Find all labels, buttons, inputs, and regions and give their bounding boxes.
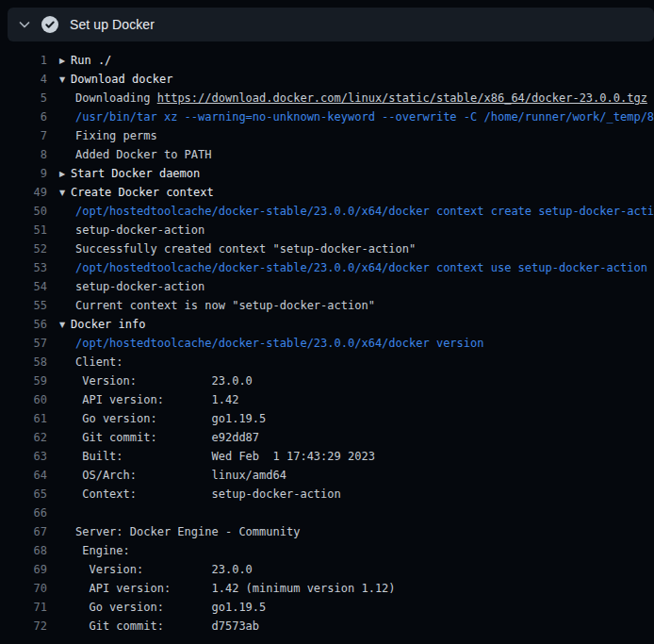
- log-row: 53/opt/hostedtoolcache/docker-stable/23.…: [0, 258, 654, 277]
- log-text: API version: 1.42: [75, 390, 238, 409]
- line-number[interactable]: 56: [0, 315, 47, 334]
- log-text: /usr/bin/tar xz --warning=no-unknown-key…: [75, 107, 654, 126]
- group-title: Docker info: [71, 318, 145, 331]
- line-number[interactable]: 60: [0, 390, 47, 409]
- line-number[interactable]: 53: [0, 258, 47, 277]
- log-row: 56▼Docker info: [0, 315, 654, 334]
- log-text: Version: 23.0.0: [75, 560, 253, 579]
- line-number[interactable]: 58: [0, 353, 47, 372]
- log-text: Go version: go1.19.5: [75, 409, 266, 428]
- line-number[interactable]: 57: [0, 334, 47, 353]
- log-text: /opt/hostedtoolcache/docker-stable/23.0.…: [75, 334, 483, 353]
- log-row: 67Server: Docker Engine - Community: [0, 522, 654, 541]
- log-row: 5Downloading https://download.docker.com…: [0, 89, 654, 107]
- group-title: Create Docker context: [71, 186, 214, 199]
- line-number[interactable]: 68: [0, 541, 47, 560]
- triangle-right-icon[interactable]: ▶: [59, 165, 71, 183]
- triangle-right-icon[interactable]: ▶: [59, 52, 71, 70]
- log-row: 51setup-docker-action: [0, 221, 654, 239]
- line-number[interactable]: 65: [0, 485, 47, 504]
- line-number[interactable]: 69: [0, 560, 47, 579]
- check-circle-icon: [41, 16, 58, 33]
- line-number[interactable]: 9: [0, 164, 47, 183]
- log-text: Context: setup-docker-action: [75, 485, 341, 504]
- line-number[interactable]: 6: [0, 107, 47, 126]
- triangle-down-icon[interactable]: ▼: [59, 184, 71, 202]
- chevron-down-icon[interactable]: [17, 17, 32, 32]
- log-link[interactable]: https://download.docker.com/linux/static…: [157, 91, 647, 105]
- log-row: 55Current context is now "setup-docker-a…: [0, 296, 654, 315]
- log-group-header[interactable]: ▼Docker info: [59, 315, 145, 334]
- log-text: setup-docker-action: [75, 277, 204, 296]
- line-number[interactable]: 71: [0, 598, 47, 617]
- line-number[interactable]: 49: [0, 183, 47, 202]
- log-row: 6/usr/bin/tar xz --warning=no-unknown-ke…: [0, 107, 654, 126]
- line-number[interactable]: 66: [0, 504, 47, 522]
- line-number[interactable]: 5: [0, 89, 47, 107]
- log-viewer: 1▶Run ./4▼Download docker5Downloading ht…: [0, 41, 654, 636]
- line-number[interactable]: 72: [0, 617, 47, 636]
- log-row: 65 Context: setup-docker-action: [0, 485, 654, 504]
- line-number[interactable]: 64: [0, 466, 47, 485]
- group-title: Start Docker daemon: [71, 167, 200, 180]
- log-row: 4▼Download docker: [0, 70, 654, 89]
- log-text: Client:: [75, 353, 123, 372]
- group-title: Run ./: [71, 54, 111, 67]
- triangle-down-icon[interactable]: ▼: [59, 71, 71, 89]
- step-title: Set up Docker: [70, 17, 155, 32]
- log-row: 50/opt/hostedtoolcache/docker-stable/23.…: [0, 202, 654, 221]
- line-number[interactable]: 54: [0, 277, 47, 296]
- line-number[interactable]: 70: [0, 579, 47, 598]
- line-number[interactable]: 51: [0, 221, 47, 239]
- log-row: 1▶Run ./: [0, 51, 654, 70]
- line-number[interactable]: 50: [0, 202, 47, 221]
- line-number[interactable]: 63: [0, 447, 47, 466]
- log-row: 70 API version: 1.42 (minimum version 1.…: [0, 579, 654, 598]
- log-text: API version: 1.42 (minimum version 1.12): [75, 579, 396, 598]
- log-row: 68 Engine:: [0, 541, 654, 560]
- log-row: 66: [0, 504, 654, 522]
- log-text: Downloading https://download.docker.com/…: [75, 89, 647, 107]
- log-text: Server: Docker Engine - Community: [75, 522, 300, 541]
- line-number[interactable]: 59: [0, 372, 47, 390]
- line-number[interactable]: 61: [0, 409, 47, 428]
- line-number[interactable]: 67: [0, 522, 47, 541]
- log-row: 72 Git commit: d7573ab: [0, 617, 654, 636]
- log-row: 58Client:: [0, 353, 654, 372]
- log-text: /opt/hostedtoolcache/docker-stable/23.0.…: [75, 202, 654, 221]
- log-group-header[interactable]: ▼Create Docker context: [59, 183, 214, 202]
- log-text: Git commit: d7573ab: [75, 617, 259, 636]
- log-row: 54setup-docker-action: [0, 277, 654, 296]
- line-number[interactable]: 4: [0, 70, 47, 89]
- line-number[interactable]: 1: [0, 51, 47, 70]
- log-row: 49▼Create Docker context: [0, 183, 654, 202]
- step-header[interactable]: Set up Docker: [8, 8, 654, 41]
- log-row: 62 Git commit: e92dd87: [0, 428, 654, 447]
- log-group-header[interactable]: ▶Run ./: [59, 51, 111, 70]
- log-text: Built: Wed Feb 1 17:43:29 2023: [75, 447, 375, 466]
- log-text: Go version: go1.19.5: [75, 598, 266, 617]
- log-row: 52Successfully created context "setup-do…: [0, 239, 654, 258]
- log-row: 69 Version: 23.0.0: [0, 560, 654, 579]
- log-row: 64 OS/Arch: linux/amd64: [0, 466, 654, 485]
- log-text-prefix: Downloading: [75, 91, 157, 105]
- line-number[interactable]: 55: [0, 296, 47, 315]
- group-title: Download docker: [71, 73, 172, 86]
- line-number[interactable]: 62: [0, 428, 47, 447]
- log-row: 61 Go version: go1.19.5: [0, 409, 654, 428]
- line-number[interactable]: 52: [0, 239, 47, 258]
- log-text: Fixing perms: [75, 126, 157, 145]
- log-text: Version: 23.0.0: [75, 372, 253, 390]
- log-group-header[interactable]: ▼Download docker: [59, 70, 172, 89]
- log-text: OS/Arch: linux/amd64: [75, 466, 286, 485]
- log-row: 57/opt/hostedtoolcache/docker-stable/23.…: [0, 334, 654, 353]
- line-number[interactable]: 8: [0, 145, 47, 164]
- log-text: Added Docker to PATH: [75, 145, 212, 164]
- log-row: 60 API version: 1.42: [0, 390, 654, 409]
- line-number[interactable]: 7: [0, 126, 47, 145]
- log-row: 8Added Docker to PATH: [0, 145, 654, 164]
- log-text: Current context is now "setup-docker-act…: [75, 296, 375, 315]
- log-group-header[interactable]: ▶Start Docker daemon: [59, 164, 200, 183]
- log-text: Engine:: [75, 541, 130, 560]
- triangle-down-icon[interactable]: ▼: [59, 316, 71, 334]
